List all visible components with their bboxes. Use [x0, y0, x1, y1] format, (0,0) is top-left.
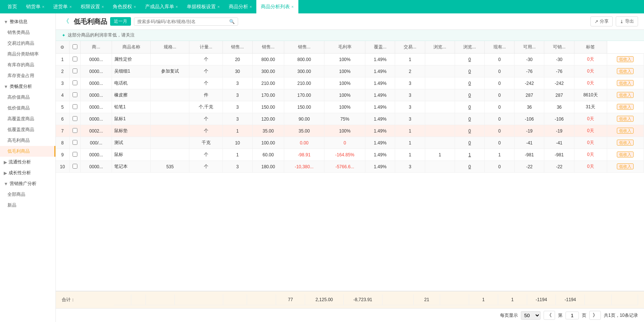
sidebar-item-low-gross[interactable]: 低毛利商品 — [0, 146, 55, 157]
sidebar-group-header-overall[interactable]: ▼ 整体信息 — [0, 16, 55, 27]
cell-browse1[interactable]: 0 — [455, 77, 484, 89]
prev-page-btn[interactable]: 《 — [544, 311, 555, 320]
sidebar-item-low-coverage[interactable]: 低覆盖度商品 — [0, 124, 55, 135]
cell-checkbox[interactable] — [69, 66, 80, 77]
sidebar-item-traded-goods[interactable]: 交易过的商品 — [0, 38, 55, 49]
col-name[interactable]: 商品名称 — [112, 41, 151, 54]
row-checkbox[interactable] — [73, 80, 77, 85]
sidebar-group-header-marketing[interactable]: ▼ 营销推广分析 — [0, 178, 55, 189]
col-browse2[interactable]: 浏览... — [455, 41, 484, 54]
export-button[interactable]: ⤓ 导出 — [616, 16, 638, 26]
sidebar-item-stock-capital[interactable]: 库存资金占用 — [0, 70, 55, 81]
per-page-select[interactable]: 50 20 100 — [521, 311, 541, 320]
row-checkbox[interactable] — [73, 164, 77, 169]
cell-browse1[interactable]: 0 — [455, 137, 484, 149]
close-icon[interactable]: × — [102, 4, 104, 9]
cell-checkbox[interactable] — [69, 137, 80, 149]
col-trade[interactable]: 交易... — [395, 41, 425, 54]
nav-sales[interactable]: 销货单 × — [22, 0, 49, 13]
sidebar-group-header-analysis[interactable]: ▼ 类畅度分析 — [0, 81, 55, 92]
col-available[interactable]: 可用... — [515, 41, 544, 54]
sidebar-item-category-rate[interactable]: 商品分类助销率 — [0, 49, 55, 60]
sidebar-item-high-coverage[interactable]: 高覆盖度商品 — [0, 114, 55, 124]
row-checkbox[interactable] — [73, 116, 77, 121]
page-input[interactable] — [565, 312, 579, 319]
col-spec[interactable]: 规格... — [151, 41, 189, 54]
close-icon[interactable]: × — [176, 4, 178, 9]
close-icon[interactable]: × — [250, 4, 252, 9]
cell-checkbox[interactable] — [69, 149, 80, 161]
cell-checkbox[interactable] — [69, 113, 80, 125]
col-code[interactable]: 商... — [80, 41, 112, 54]
cell-browse1[interactable]: 0 — [455, 66, 484, 77]
col-coverage[interactable]: 覆盖... — [365, 41, 395, 54]
row-checkbox[interactable] — [73, 68, 77, 73]
cell-browse1[interactable]: 0 — [455, 125, 484, 137]
sidebar-item-all-goods[interactable]: 全部商品 — [0, 189, 55, 200]
cell-checkbox[interactable] — [69, 101, 80, 113]
nav-product-analysis-list[interactable]: 商品分析列表 × — [256, 0, 298, 13]
share-button[interactable]: ↗ 分享 — [590, 16, 613, 26]
sidebar-item-low-value[interactable]: 低价值商品 — [0, 103, 55, 114]
row-checkbox[interactable] — [73, 104, 77, 109]
nav-home[interactable]: 首页 — [3, 0, 22, 13]
close-icon[interactable]: × — [217, 4, 220, 9]
col-settings[interactable]: ⚙ — [56, 41, 69, 54]
sidebar-item-high-value[interactable]: 高价值商品 — [0, 92, 55, 103]
next-page-btn[interactable]: 》 — [589, 311, 601, 320]
close-icon[interactable]: × — [42, 4, 44, 9]
row-checkbox[interactable] — [73, 152, 77, 157]
sidebar-group-overall[interactable]: ▼ 整体信息 销售类商品 交易过的商品 商品分类助销率 有库存的商品 库存资金占… — [0, 16, 55, 81]
search-input[interactable] — [137, 19, 228, 24]
collapse-sidebar-btn[interactable]: 《 — [62, 17, 71, 25]
col-gross-rate[interactable]: 毛利率 — [324, 41, 365, 54]
cell-unit: 个 — [189, 161, 222, 173]
row-checkbox[interactable] — [73, 128, 77, 133]
nav-product-analysis[interactable]: 商品分析 × — [224, 0, 256, 13]
row-checkbox[interactable] — [73, 92, 77, 97]
col-checkbox[interactable] — [69, 41, 80, 54]
cell-browse1[interactable]: 1 — [455, 149, 484, 161]
col-tag[interactable]: 标签 — [574, 41, 607, 54]
sidebar-group-circulation[interactable]: ▶ 流通性分析 — [0, 157, 55, 168]
col-sale-price[interactable]: 销售... — [252, 41, 284, 54]
cell-checkbox[interactable] — [69, 77, 80, 89]
sidebar-group-marketing[interactable]: ▼ 营销推广分析 全部商品 新品 — [0, 178, 55, 211]
sidebar-item-high-gross[interactable]: 高毛利商品 — [0, 135, 55, 146]
cell-browse1[interactable]: 0 — [455, 54, 484, 66]
cell-browse1[interactable]: 0 — [455, 89, 484, 101]
nav-template[interactable]: 单据模板设置 × — [182, 0, 224, 13]
col-stock[interactable]: 现有... — [485, 41, 515, 54]
cell-browse1[interactable]: 0 — [455, 161, 484, 173]
col-browse1[interactable]: 浏览... — [425, 41, 455, 54]
search-icon[interactable]: 🔍 — [229, 19, 235, 24]
nav-purchase[interactable]: 进货单 × — [49, 0, 76, 13]
col-qty[interactable]: 销售... — [222, 41, 252, 54]
col-sale-amount[interactable]: 销售... — [284, 41, 324, 54]
cell-checkbox[interactable] — [69, 89, 80, 101]
select-all-checkbox[interactable] — [73, 44, 77, 49]
nav-role[interactable]: 角色授权 × — [108, 0, 140, 13]
cell-browse1[interactable]: 0 — [455, 113, 484, 125]
cell-checkbox[interactable] — [69, 54, 80, 66]
close-icon[interactable]: × — [69, 4, 71, 9]
close-icon[interactable]: × — [134, 4, 136, 9]
cell-checkbox[interactable] — [69, 161, 80, 173]
sidebar-item-sales-goods[interactable]: 销售类商品 — [0, 27, 55, 38]
sidebar-group-analysis[interactable]: ▼ 类畅度分析 高价值商品 低价值商品 高覆盖度商品 低覆盖度商品 高毛利商品 … — [0, 81, 55, 157]
row-checkbox[interactable] — [73, 140, 77, 145]
date-filter-button[interactable]: 近一月 — [110, 17, 131, 26]
sidebar-group-growth[interactable]: ▶ 成长性分析 — [0, 168, 55, 178]
col-unit[interactable]: 计量... — [189, 41, 222, 54]
sidebar-item-new-goods[interactable]: 新品 — [0, 200, 55, 211]
nav-product-entry[interactable]: 产成品入库单 × — [141, 0, 182, 13]
nav-permission[interactable]: 权限设置 × — [76, 0, 108, 13]
sidebar-group-header-circulation[interactable]: ▶ 流通性分析 — [0, 157, 55, 168]
sidebar-item-stock-goods[interactable]: 有库存的商品 — [0, 60, 55, 70]
row-checkbox[interactable] — [73, 57, 77, 61]
cell-browse1[interactable]: 0 — [455, 101, 484, 113]
cell-checkbox[interactable] — [69, 125, 80, 137]
close-icon[interactable]: × — [291, 4, 294, 9]
col-saleable[interactable]: 可销... — [544, 41, 574, 54]
sidebar-group-header-growth[interactable]: ▶ 成长性分析 — [0, 168, 55, 178]
